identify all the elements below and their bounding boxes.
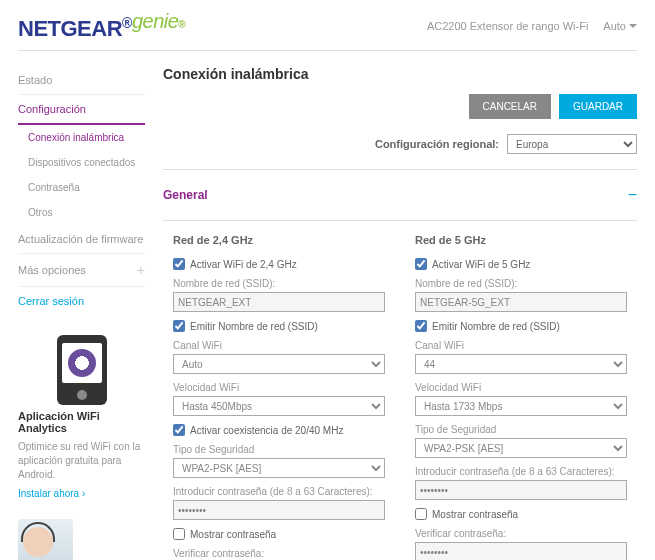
section-header: General − bbox=[163, 178, 637, 212]
region-select[interactable]: Europa bbox=[507, 134, 637, 154]
col-24ghz: Red de 2,4 GHz Activar WiFi de 2,4 GHz N… bbox=[173, 234, 385, 560]
reg-icon: ® bbox=[122, 15, 132, 31]
nav-config[interactable]: Configuración bbox=[18, 95, 145, 125]
speed-5-select[interactable]: Hasta 1733 Mbps bbox=[415, 396, 627, 416]
nav-more[interactable]: Más opciones + bbox=[18, 254, 145, 287]
speed-5-label: Velocidad WiFi bbox=[415, 382, 627, 393]
coexist-checkbox[interactable] bbox=[173, 424, 185, 436]
promo-title: Aplicación WiFi Analytics bbox=[18, 410, 145, 434]
security-5-select[interactable]: WPA2-PSK [AES] bbox=[415, 438, 627, 458]
auto-dropdown[interactable]: Auto bbox=[603, 20, 637, 32]
nav-logout[interactable]: Cerrar sesión bbox=[18, 287, 145, 315]
password-5-input[interactable] bbox=[415, 480, 627, 500]
support-image bbox=[18, 519, 73, 560]
nav-wireless[interactable]: Conexión inalámbrica bbox=[18, 125, 145, 150]
broadcast-5-checkbox[interactable] bbox=[415, 320, 427, 332]
section-title: General bbox=[163, 188, 208, 202]
save-button[interactable]: GUARDAR bbox=[559, 94, 637, 119]
show-pw-5-checkbox[interactable] bbox=[415, 508, 427, 520]
header-right: AC2200 Extensor de rango Wi-Fi Auto bbox=[427, 20, 637, 32]
broadcast-5-label: Emitir Nombre de red (SSID) bbox=[432, 321, 560, 332]
col-5ghz: Red de 5 GHz Activar WiFi de 5 GHz Nombr… bbox=[415, 234, 627, 560]
channel-24-label: Canal WiFi bbox=[173, 340, 385, 351]
sidebar: Estado Configuración Conexión inalámbric… bbox=[0, 51, 145, 560]
main-content: Conexión inalámbrica CANCELAR GUARDAR Co… bbox=[145, 51, 655, 560]
ssid-24-label: Nombre de red (SSID): bbox=[173, 278, 385, 289]
reg-icon: ® bbox=[178, 19, 185, 30]
ssid-5-input[interactable] bbox=[415, 292, 627, 312]
cancel-button[interactable]: CANCELAR bbox=[469, 94, 551, 119]
nav-others[interactable]: Otros bbox=[18, 200, 145, 225]
channel-5-label: Canal WiFi bbox=[415, 340, 627, 351]
password-24-label: Introducir contraseña (de 8 a 63 Caracte… bbox=[173, 486, 385, 497]
nav-devices[interactable]: Dispositivos conectados bbox=[18, 150, 145, 175]
promo-link[interactable]: Instalar ahora bbox=[18, 488, 145, 499]
ssid-24-input[interactable] bbox=[173, 292, 385, 312]
nav-more-label: Más opciones bbox=[18, 264, 86, 276]
promo-text: Optimice su red WiFi con la aplicación g… bbox=[18, 440, 145, 482]
speed-24-label: Velocidad WiFi bbox=[173, 382, 385, 393]
button-row: CANCELAR GUARDAR bbox=[163, 94, 637, 119]
nav-estado[interactable]: Estado bbox=[18, 66, 145, 95]
ssid-5-label: Nombre de red (SSID): bbox=[415, 278, 627, 289]
collapse-icon[interactable]: − bbox=[628, 186, 637, 204]
product-name: AC2200 Extensor de rango Wi-Fi bbox=[427, 20, 588, 32]
broadcast-24-checkbox[interactable] bbox=[173, 320, 185, 332]
verify-24-label: Verificar contraseña: bbox=[173, 548, 385, 559]
chevron-down-icon bbox=[629, 24, 637, 28]
page-title: Conexión inalámbrica bbox=[163, 66, 637, 82]
region-label: Configuración regional: bbox=[375, 138, 499, 150]
broadcast-24-label: Emitir Nombre de red (SSID) bbox=[190, 321, 318, 332]
channel-24-select[interactable]: Auto bbox=[173, 354, 385, 374]
enable-24-label: Activar WiFi de 2,4 GHz bbox=[190, 259, 297, 270]
enable-5-checkbox[interactable] bbox=[415, 258, 427, 270]
show-pw-24-label: Mostrar contraseña bbox=[190, 529, 276, 540]
col-title-5: Red de 5 GHz bbox=[415, 234, 627, 246]
nav-password[interactable]: Contraseña bbox=[18, 175, 145, 200]
show-pw-24-checkbox[interactable] bbox=[173, 528, 185, 540]
logo-genie: genie bbox=[132, 10, 178, 32]
col-title-24: Red de 2,4 GHz bbox=[173, 234, 385, 246]
plus-icon: + bbox=[137, 262, 145, 278]
logo-brand: NETGEAR bbox=[18, 16, 122, 41]
auto-label: Auto bbox=[603, 20, 626, 32]
coexist-label: Activar coexistencia de 20/40 MHz bbox=[190, 425, 343, 436]
speed-24-select[interactable]: Hasta 450Mbps bbox=[173, 396, 385, 416]
password-5-label: Introducir contraseña (de 8 a 63 Caracte… bbox=[415, 466, 627, 477]
divider bbox=[163, 169, 637, 170]
phone-icon bbox=[57, 335, 107, 405]
enable-24-checkbox[interactable] bbox=[173, 258, 185, 270]
enable-5-label: Activar WiFi de 5 GHz bbox=[432, 259, 530, 270]
nav-firmware[interactable]: Actualización de firmware bbox=[18, 225, 145, 254]
security-5-label: Tipo de Seguridad bbox=[415, 424, 627, 435]
logo: NETGEAR®genie® bbox=[18, 10, 185, 42]
region-row: Configuración regional: Europa bbox=[163, 134, 637, 154]
security-24-select[interactable]: WPA2-PSK [AES] bbox=[173, 458, 385, 478]
channel-5-select[interactable]: 44 bbox=[415, 354, 627, 374]
divider bbox=[163, 220, 637, 221]
verify-5-input[interactable] bbox=[415, 542, 627, 560]
show-pw-5-label: Mostrar contraseña bbox=[432, 509, 518, 520]
security-24-label: Tipo de Seguridad bbox=[173, 444, 385, 455]
password-24-input[interactable] bbox=[173, 500, 385, 520]
verify-5-label: Verificar contraseña: bbox=[415, 528, 627, 539]
header: NETGEAR®genie® AC2200 Extensor de rango … bbox=[0, 0, 655, 50]
promo-analytics: Aplicación WiFi Analytics Optimice su re… bbox=[18, 335, 145, 499]
